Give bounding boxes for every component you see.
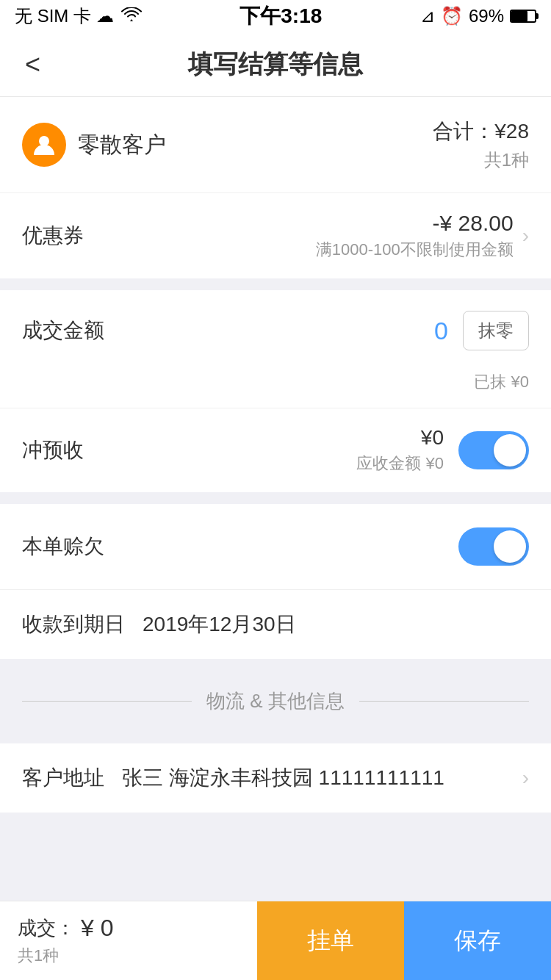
avatar	[22, 123, 66, 167]
coupon-label: 优惠券	[22, 222, 84, 250]
divider-line-left	[22, 701, 192, 702]
divider-line-right	[359, 701, 529, 702]
debt-toggle-knob	[494, 530, 526, 563]
bottom-bar: 成交： ¥ 0 共1种 挂单 保存	[0, 901, 551, 980]
duedate-label: 收款到期日	[22, 610, 125, 638]
logistics-label: 物流 & 其他信息	[206, 688, 345, 714]
location-icon: ⊿	[420, 6, 435, 26]
duedate-row: 收款到期日 2019年12月30日	[0, 589, 551, 659]
prepay-right: ¥0 应收金额 ¥0	[356, 426, 529, 475]
transaction-row: 成交金额 0 抹零	[0, 290, 551, 371]
status-time: 下午3:18	[240, 2, 322, 30]
coupon-desc: 满1000-100不限制使用金额	[316, 239, 514, 261]
customer-total: 合计：¥28 共1种	[433, 118, 529, 172]
total-amount: 合计：¥28	[433, 118, 529, 145]
customer-section: 零散客户 合计：¥28 共1种 优惠券 -¥ 28.00 满1000-100不限…	[0, 97, 551, 278]
debt-toggle[interactable]	[458, 527, 529, 566]
suspend-button[interactable]: 挂单	[257, 901, 404, 981]
address-row[interactable]: 客户地址 张三 海淀永丰科技园 11111111111 ›	[0, 743, 551, 813]
address-section: 客户地址 张三 海淀永丰科技园 11111111111 ›	[0, 743, 551, 813]
debt-section: 本单赊欠 收款到期日 2019年12月30日	[0, 504, 551, 659]
duedate-value: 2019年12月30日	[143, 610, 296, 638]
debt-label: 本单赊欠	[22, 533, 104, 561]
prepay-toggle[interactable]	[458, 431, 529, 469]
transaction-section: 成交金额 0 抹零 已抹 ¥0 冲预收 ¥0 应收金额 ¥0	[0, 290, 551, 492]
address-label: 客户地址	[22, 764, 104, 792]
back-button[interactable]: <	[18, 42, 48, 87]
prepay-row: 冲预收 ¥0 应收金额 ¥0	[0, 408, 551, 492]
transaction-sub: 已抹 ¥0	[0, 371, 551, 408]
transaction-label: 成交金额	[22, 317, 104, 345]
wifi-icon	[121, 6, 142, 26]
bottom-amount: ¥ 0	[81, 915, 113, 942]
content: 零散客户 合计：¥28 共1种 优惠券 -¥ 28.00 满1000-100不限…	[0, 97, 551, 912]
page-title: 填写结算等信息	[188, 48, 363, 82]
svg-point-0	[39, 136, 49, 146]
status-left: 无 SIM 卡 ☁	[15, 4, 142, 28]
address-value: 张三 海淀永丰科技园 11111111111	[122, 764, 444, 792]
bottom-info: 成交： ¥ 0 共1种	[0, 915, 257, 967]
bottom-count: 共1种	[18, 945, 240, 967]
address-chevron-icon: ›	[522, 766, 529, 790]
customer-row: 零散客户 合计：¥28 共1种	[0, 97, 551, 192]
status-right: ⊿ ⏰ 69%	[420, 6, 536, 26]
prepay-sub: 应收金额 ¥0	[356, 453, 444, 475]
coupon-info: -¥ 28.00 满1000-100不限制使用金额	[316, 211, 514, 261]
save-button[interactable]: 保存	[404, 901, 551, 981]
transaction-value: 0	[434, 317, 448, 345]
debt-row: 本单赊欠	[0, 504, 551, 589]
nav-bar: < 填写结算等信息	[0, 32, 551, 97]
logistics-divider: 物流 & 其他信息	[0, 671, 551, 732]
address-left: 客户地址 张三 海淀永丰科技园 11111111111	[22, 764, 444, 792]
round-button[interactable]: 抹零	[463, 311, 529, 350]
prepay-amount: ¥0	[356, 426, 444, 450]
coupon-row[interactable]: 优惠券 -¥ 28.00 满1000-100不限制使用金额 ›	[0, 192, 551, 278]
battery-percent: 69%	[469, 6, 504, 26]
coupon-discount: -¥ 28.00	[316, 211, 514, 236]
bottom-transaction-label: 成交：	[18, 915, 75, 941]
chevron-right-icon: ›	[522, 224, 529, 248]
customer-left: 零散客户	[22, 123, 166, 167]
sim-text: 无 SIM 卡 ☁	[15, 4, 114, 28]
transaction-right: 0 抹零	[434, 311, 529, 350]
prepay-label: 冲预收	[22, 436, 84, 464]
prepay-info: ¥0 应收金额 ¥0	[356, 426, 444, 475]
customer-name: 零散客户	[78, 130, 166, 160]
alarm-icon: ⏰	[441, 6, 463, 26]
bottom-transaction: 成交： ¥ 0	[18, 915, 240, 942]
coupon-right: -¥ 28.00 满1000-100不限制使用金额 ›	[316, 211, 529, 261]
logistics-section: 物流 & 其他信息	[0, 671, 551, 732]
battery-icon	[510, 10, 536, 23]
toggle-knob	[494, 434, 526, 466]
total-count: 共1种	[433, 148, 529, 172]
status-bar: 无 SIM 卡 ☁ 下午3:18 ⊿ ⏰ 69%	[0, 0, 551, 32]
